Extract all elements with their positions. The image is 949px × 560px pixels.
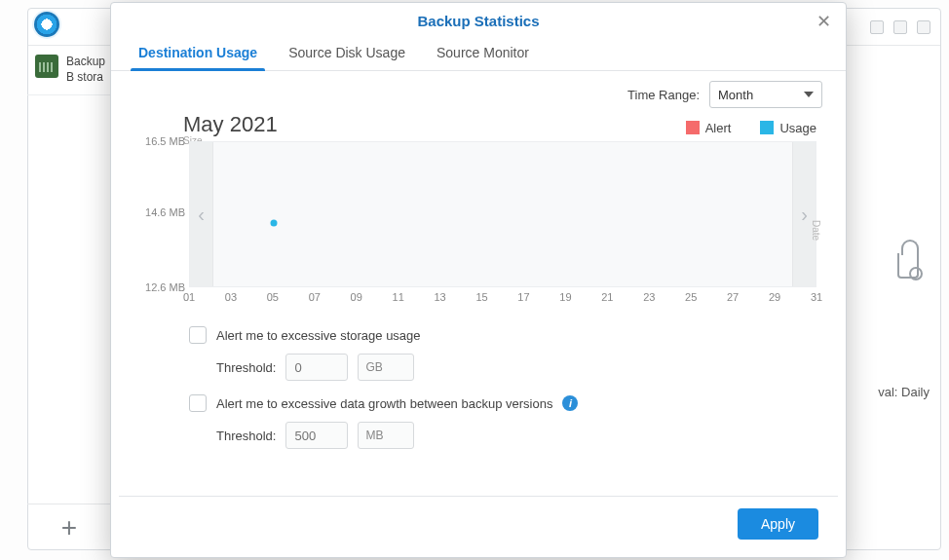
x-tick: 19 xyxy=(559,291,571,303)
x-tick: 07 xyxy=(309,291,321,303)
schedule-text: val: Daily xyxy=(878,385,930,399)
x-tick: 01 xyxy=(183,291,195,303)
minimize-button[interactable] xyxy=(870,20,884,34)
storage-threshold-input[interactable] xyxy=(285,354,348,381)
chart-prev-button[interactable]: ‹ xyxy=(190,142,213,286)
apply-button[interactable]: Apply xyxy=(738,508,818,540)
x-tick: 15 xyxy=(475,291,487,303)
x-tick: 05 xyxy=(267,291,279,303)
threshold-label: Threshold: xyxy=(216,429,276,443)
close-parent-button[interactable] xyxy=(917,20,930,34)
usage-swatch xyxy=(760,121,774,134)
time-range-row: Time Range: Month xyxy=(134,81,822,108)
add-task-button[interactable]: + xyxy=(27,504,111,550)
sidebar: Backup B stora xyxy=(27,45,111,550)
plot-area: ‹ › xyxy=(189,141,816,287)
tab-source-monitor[interactable]: Source Monitor xyxy=(435,37,531,70)
right-side-icons xyxy=(885,253,931,279)
tab-bar: Destination Usage Source Disk Usage Sour… xyxy=(111,37,846,71)
dialog-title: Backup Statistics xyxy=(111,13,846,29)
lock-icon[interactable] xyxy=(897,253,919,279)
dialog-body: Time Range: Month May 2021 Size Alert Us… xyxy=(111,71,846,496)
task-icon xyxy=(35,55,58,78)
alert-growth-row: Alert me to excessive data growth betwee… xyxy=(189,394,822,412)
time-range-label: Time Range: xyxy=(627,88,700,102)
task-line2: B stora xyxy=(66,70,105,86)
task-text: Backup B stora xyxy=(66,55,105,85)
x-tick: 17 xyxy=(517,291,529,303)
alert-settings: Alert me to excessive storage usage Thre… xyxy=(189,326,822,449)
growth-threshold-row: Threshold: MB xyxy=(216,422,822,449)
alert-growth-checkbox[interactable] xyxy=(189,394,207,412)
x-tick: 25 xyxy=(685,291,697,303)
maximize-button[interactable] xyxy=(893,20,907,34)
x-tick: 23 xyxy=(643,291,655,303)
x-tick: 03 xyxy=(225,291,237,303)
chevron-down-icon xyxy=(804,92,814,97)
y-axis: 16.5 MB14.6 MB12.6 MB xyxy=(134,141,189,287)
data-point xyxy=(270,220,277,227)
tab-destination-usage[interactable]: Destination Usage xyxy=(136,37,259,70)
y-tick: 12.6 MB xyxy=(145,281,185,293)
growth-threshold-input[interactable] xyxy=(285,422,348,449)
x-tick: 29 xyxy=(769,291,780,303)
alert-storage-label: Alert me to excessive storage usage xyxy=(216,328,421,343)
storage-threshold-row: Threshold: GB xyxy=(216,354,822,381)
chart-block: May 2021 Size Alert Usage 16.5 MB14.6 MB… xyxy=(134,112,822,309)
tab-source-disk-usage[interactable]: Source Disk Usage xyxy=(286,37,407,70)
x-tick: 21 xyxy=(601,291,613,303)
alert-swatch xyxy=(686,121,700,134)
app-icon xyxy=(34,12,59,37)
backup-statistics-dialog: Backup Statistics ✕ Destination Usage So… xyxy=(110,2,847,558)
alert-storage-row: Alert me to excessive storage usage xyxy=(189,326,822,344)
storage-threshold-unit-select[interactable]: GB xyxy=(358,354,414,381)
time-range-value: Month xyxy=(718,88,753,102)
legend-usage: Usage xyxy=(760,121,816,135)
backup-task-item[interactable]: Backup B stora xyxy=(27,45,110,95)
time-range-select[interactable]: Month xyxy=(709,81,822,108)
x-axis: 01030507091113151719212325272931 xyxy=(189,287,816,309)
y-tick: 16.5 MB xyxy=(145,135,185,147)
y-tick: 14.6 MB xyxy=(145,206,185,218)
chart-area: 16.5 MB14.6 MB12.6 MB ‹ › Date 010305070… xyxy=(134,141,816,309)
dialog-header: Backup Statistics ✕ xyxy=(111,3,846,37)
dialog-footer: Apply xyxy=(119,496,838,551)
close-icon[interactable]: ✕ xyxy=(815,13,832,30)
x-tick: 09 xyxy=(351,291,362,303)
task-line1: Backup xyxy=(66,55,105,70)
alert-storage-checkbox[interactable] xyxy=(189,326,207,344)
legend-alert: Alert xyxy=(686,121,732,135)
growth-threshold-unit-select[interactable]: MB xyxy=(358,422,414,449)
chart-x-label: Date xyxy=(811,220,821,241)
chart-next-button[interactable]: › xyxy=(792,142,816,286)
x-tick: 11 xyxy=(393,291,404,303)
threshold-label: Threshold: xyxy=(216,360,276,375)
info-icon[interactable]: i xyxy=(562,395,578,411)
x-tick: 27 xyxy=(727,291,739,303)
alert-growth-label: Alert me to excessive data growth betwee… xyxy=(216,396,552,411)
x-tick: 13 xyxy=(434,291,445,303)
x-tick: 31 xyxy=(811,291,822,303)
